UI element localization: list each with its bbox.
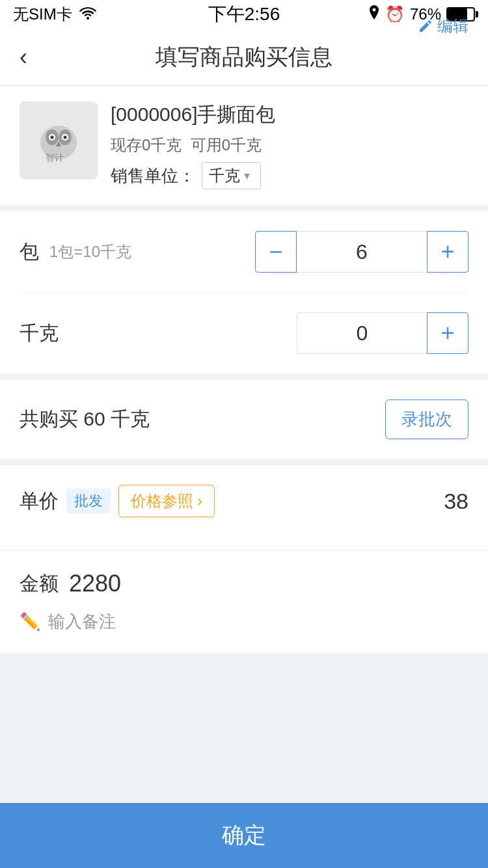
alarm-icon: ⏰ [385,5,405,23]
product-name: [0000006]手撕面包 [111,102,468,128]
batch-button[interactable]: 录批次 [385,400,468,439]
quantity-section: 包 1包=10千克 − + 千克 + [0,211,488,373]
price-row: 单价 批发 价格参照 › 38 [20,485,468,517]
svg-point-6 [64,136,67,139]
quantity-controls-bao: − + [255,231,468,273]
status-bar: 无SIM卡 下午2:56 ⏰ 76% [0,0,488,29]
price-label-group: 单价 批发 价格参照 › [20,485,215,517]
minus-button-bao[interactable]: − [255,231,297,273]
quantity-hint-bao: 1包=10千克 [49,241,131,262]
price-value: 38 [444,489,468,514]
wifi-icon [79,5,97,23]
quantity-row-kg: 千克 + [20,293,468,373]
quantity-row-bao: 包 1包=10千克 − + [20,211,468,293]
edit-button[interactable]: 编辑 [418,16,468,36]
svg-point-5 [51,136,54,139]
status-time: 下午2:56 [208,2,280,27]
price-badge: 批发 [66,489,111,513]
product-unit-row: 销售单位： 千克 ▾ [111,162,468,189]
confirm-label: 确定 [222,821,266,850]
price-ref-button[interactable]: 价格参照 › [118,485,215,517]
carrier-label: 无SIM卡 [13,4,72,25]
plus-button-kg[interactable]: + [427,312,468,354]
summary-amount: 60 [83,408,105,429]
amount-label: 金额 [20,571,59,597]
summary-section: 共购买 60 千克 录批次 [0,373,488,465]
note-row[interactable]: ✏️ 输入备注 [20,610,468,633]
svg-text:智计: 智计 [46,152,64,163]
note-placeholder: 输入备注 [48,610,116,633]
page-title: 填写商品购买信息 [156,42,332,72]
unit-value: 千克 [209,165,240,186]
quantity-label-kg: 千克 [20,320,59,347]
confirm-button[interactable]: 确定 [0,803,488,868]
unit-select[interactable]: 千克 ▾ [202,162,261,189]
note-icon: ✏️ [20,612,40,632]
product-info: [0000006]手撕面包 现存0千克 可用0千克 销售单位： 千克 ▾ [111,102,468,189]
price-label: 单价 [20,488,59,515]
back-button[interactable]: ‹ [13,37,34,77]
plus-button-bao[interactable]: + [427,231,468,273]
unit-dropdown-arrow: ▾ [244,169,250,183]
product-section: 智计 [0000006]手撕面包 现存0千克 可用0千克 销售单位： 千克 ▾ … [0,86,488,211]
summary-text: 共购买 60 千克 [20,406,150,433]
spacer [0,653,488,803]
price-ref-label: 价格参照 [131,491,193,511]
product-image: 智计 [20,102,98,180]
nav-bar: ‹ 填写商品购买信息 [0,29,488,86]
price-section: 单价 批发 价格参照 › 38 [0,465,488,550]
amount-value: 2280 [69,570,121,597]
product-stock: 现存0千克 可用0千克 [111,135,468,156]
amount-row: 金额 2280 [20,570,468,597]
quantity-label-bao: 包 1包=10千克 [20,239,131,265]
quantity-input-kg[interactable] [297,312,427,354]
edit-label: 编辑 [437,16,468,36]
price-ref-arrow: › [197,492,202,510]
amount-section: 金额 2280 ✏️ 输入备注 [0,550,488,653]
quantity-controls-kg: + [297,312,468,354]
location-icon [368,5,380,23]
quantity-input-bao[interactable] [297,231,427,273]
